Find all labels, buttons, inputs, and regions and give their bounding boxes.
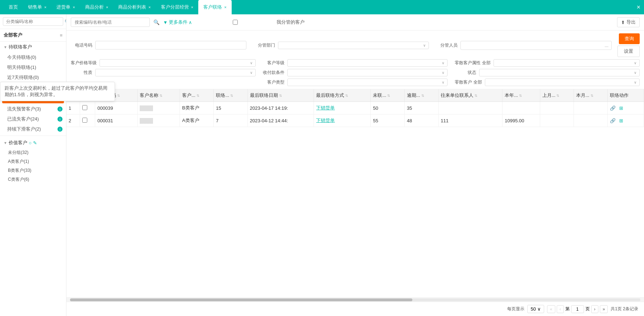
customer-search-icon[interactable]: 🔍 xyxy=(153,19,159,25)
name-sort-icon[interactable]: ⇅ xyxy=(159,94,162,98)
sidebar-item-ungrouped[interactable]: 未分组(32) xyxy=(0,148,66,157)
nav-item-home[interactable]: 首页 xyxy=(4,0,23,14)
nav-item-customer-ops[interactable]: 客户分层经营 × xyxy=(156,0,198,14)
nav-item-product-analysis[interactable]: 商品分析 × xyxy=(80,0,113,14)
sidebar-item-churn-warning[interactable]: 流失预警客户(3) i xyxy=(0,104,66,114)
payment-select[interactable]: ∨ xyxy=(287,69,448,76)
sidebar-search-input[interactable] xyxy=(3,17,63,26)
related-sort-icon[interactable]: ⇅ xyxy=(474,94,477,98)
nav-item-purchase[interactable]: 进货单 × xyxy=(51,0,80,14)
value-customers-arrow-icon: ▼ xyxy=(4,141,7,145)
nav-item-sales[interactable]: 销售单 × xyxy=(23,0,51,14)
status-label: 状态 xyxy=(455,70,476,76)
per-page-select[interactable]: 50 ∨ xyxy=(527,305,544,313)
prev-page-button[interactable]: ‹ xyxy=(557,305,564,313)
next-page-button[interactable]: › xyxy=(591,305,598,313)
filter-cell-dept: 分管部门 ∨ xyxy=(254,42,429,49)
churned-info-icon[interactable]: i xyxy=(57,117,62,122)
content-area: 🔍 ▼ 更多条件 ∧ 我分管的客户 ⬆ 导出 xyxy=(66,14,644,316)
sidebar-toggle-icon[interactable]: ≡ xyxy=(60,33,62,38)
dept-select[interactable]: ∨ xyxy=(278,42,429,49)
row2-select-checkbox[interactable] xyxy=(82,118,87,123)
table-header-row: ⚙ 客户编码 ⇅ xyxy=(66,89,644,102)
nav-item-customer-contact[interactable]: 客户联络 × xyxy=(198,0,231,14)
last-month-sort-icon[interactable]: ⇅ xyxy=(556,94,559,98)
row2-last-date: 2023-04-12 14:44: xyxy=(247,114,314,127)
close-purchase-icon[interactable]: × xyxy=(73,5,75,9)
declining-info-icon[interactable]: i xyxy=(57,127,62,132)
current-page-label: 第 xyxy=(565,306,570,312)
nav-item-product-list[interactable]: 商品分析列表 × xyxy=(113,0,156,14)
value-customers-edit2-icon[interactable]: ✎ xyxy=(33,140,37,146)
this-year-sort-icon[interactable]: ⇅ xyxy=(519,94,522,98)
customer-type-select[interactable]: ∨ xyxy=(287,79,448,86)
payment-label: 收付款条件 xyxy=(263,70,284,76)
sidebar-all-customers[interactable]: 全部客户 ≡ xyxy=(0,29,66,42)
close-customer-ops-icon[interactable]: × xyxy=(191,5,193,9)
contact-sort-icon[interactable]: ⇅ xyxy=(230,94,233,98)
date-sort-icon[interactable]: ⇅ xyxy=(279,94,282,98)
customer-type-down-icon: ∨ xyxy=(442,80,444,84)
sidebar-item-tomorrow[interactable]: 明天待联络(1) xyxy=(0,62,66,72)
close-product-analysis-icon[interactable]: × xyxy=(106,5,108,9)
row1-name: ████ xyxy=(138,102,180,114)
my-customers-checkbox[interactable]: 我分管的客户 xyxy=(196,19,305,25)
close-customer-contact-icon[interactable]: × xyxy=(224,5,226,9)
row2-related: 111 xyxy=(439,114,502,127)
my-customers-check[interactable] xyxy=(196,20,275,25)
person-dots[interactable]: ... xyxy=(604,43,608,48)
person-select[interactable]: ... xyxy=(460,41,612,50)
sidebar-item-churned[interactable]: 已流失客户(24) i xyxy=(0,114,66,124)
row1-grid-action-icon[interactable]: ⊞ xyxy=(619,105,623,111)
status-select[interactable]: ∨ xyxy=(479,69,640,76)
sidebar-group-value-customers[interactable]: ▼ 价值客户 ○ ✎ xyxy=(0,137,66,148)
close-sales-icon[interactable]: × xyxy=(44,5,46,9)
row2-link-action-icon[interactable]: 🔗 xyxy=(610,118,616,123)
sidebar-item-class-b[interactable]: B类客户(33) xyxy=(0,166,66,175)
query-button[interactable]: 查询 xyxy=(619,33,640,44)
row1-method-link[interactable]: 下销货单 xyxy=(316,105,335,110)
overdue-sort-icon[interactable]: ⇅ xyxy=(421,94,424,98)
sidebar-divider xyxy=(0,136,66,136)
row2-grid-action-icon[interactable]: ⊞ xyxy=(619,118,623,123)
sidebar-item-today[interactable]: 今天待联络(0) xyxy=(0,52,66,62)
first-page-button[interactable]: « xyxy=(547,305,555,313)
close-product-list-icon[interactable]: × xyxy=(148,5,150,9)
scrollbar-thumb[interactable] xyxy=(70,298,412,301)
sidebar-item-class-a[interactable]: A类客户(1) xyxy=(0,157,66,166)
row1-link-action-icon[interactable]: 🔗 xyxy=(610,105,616,111)
scatter-customer-select[interactable]: ∨ xyxy=(485,79,640,86)
row2-method-link[interactable]: 下销货单 xyxy=(316,118,335,123)
this-month-sort-icon[interactable]: ⇅ xyxy=(590,94,593,98)
churn-warning-info-icon[interactable]: i xyxy=(57,107,62,112)
value-customers-edit-icon[interactable]: ○ xyxy=(29,140,32,146)
horizontal-scrollbar[interactable] xyxy=(66,297,644,302)
class-sort-icon[interactable]: ⇅ xyxy=(196,94,199,98)
close-all-tabs-button[interactable]: × xyxy=(636,4,640,11)
setting-button[interactable]: 设置 xyxy=(617,46,640,57)
sidebar-item-declining[interactable]: 持续下滑客户(2) i xyxy=(0,124,66,134)
more-conditions-button[interactable]: ▼ 更多条件 ∧ xyxy=(163,19,192,25)
row1-uncontacted: 50 xyxy=(371,102,404,114)
nature-select[interactable]: ∨ xyxy=(95,69,256,76)
customer-search-input[interactable] xyxy=(71,18,150,27)
filter-cell-scatter-attr: 零散客户属性 全部 ∨ xyxy=(455,59,640,67)
method-sort-icon[interactable]: ⇅ xyxy=(345,94,348,98)
sidebar: 🔍 全部客户 ≡ ▼ 待联络客户 今天待联络(0) 明天待联络(1) xyxy=(0,14,66,316)
row1-last-date: 2023-04-17 14:19: xyxy=(247,102,314,114)
sidebar-item-class-c[interactable]: C类客户(6) xyxy=(0,175,66,184)
row1-select-checkbox[interactable] xyxy=(82,105,87,110)
uncontacted-sort-icon[interactable]: ⇅ xyxy=(387,94,390,98)
sidebar-item-7days[interactable]: 近7天待联络(0) xyxy=(0,72,66,82)
scatter-customer-label: 零散客户 全部 xyxy=(455,79,482,85)
customer-level-select[interactable]: ∨ xyxy=(287,59,448,67)
last-page-button[interactable]: » xyxy=(600,305,608,313)
filter-row-1: 电话号码 分管部门 ∨ 分管人员 ... xyxy=(71,33,640,57)
page-number-input[interactable] xyxy=(571,305,584,313)
export-button[interactable]: ⬆ 导出 xyxy=(617,17,640,27)
phone-input[interactable] xyxy=(95,41,246,49)
scatter-attr-select[interactable]: ∨ xyxy=(494,59,640,67)
price-level-select[interactable]: ∨ xyxy=(99,59,256,67)
code-sort-icon[interactable]: ⇅ xyxy=(117,94,120,98)
sidebar-section-pending[interactable]: ▼ 待联络客户 xyxy=(0,42,66,52)
